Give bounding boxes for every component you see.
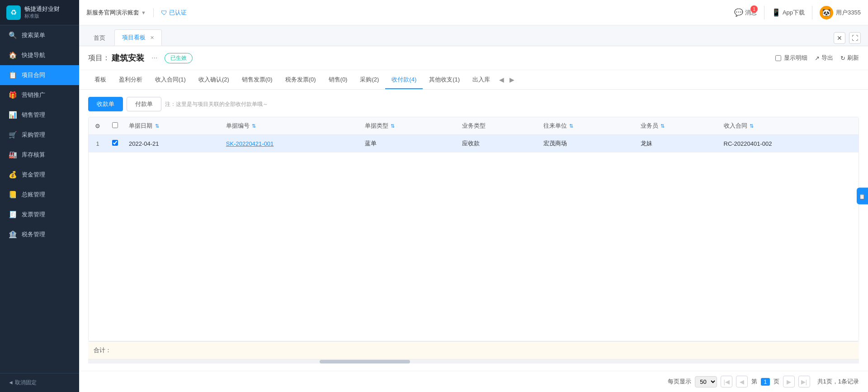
sub-nav-sales[interactable]: 销售(0)	[322, 70, 354, 89]
sub-nav-other-income[interactable]: 其他收支(1)	[423, 70, 466, 89]
first-page-button[interactable]: |◀	[721, 376, 732, 387]
th-type: 单据类型 ⇅	[359, 117, 457, 135]
tab-close-icon[interactable]: ✕	[150, 35, 154, 40]
sort-icon-4: ⇅	[569, 123, 573, 129]
sidebar-item-search[interactable]: 🔍 搜索菜单	[0, 25, 79, 45]
workspace-selector[interactable]: 新服务官网演示账套 ▼	[86, 9, 146, 17]
scrollbar-thumb[interactable]	[320, 360, 410, 363]
sidebar-item-invoice-mgmt[interactable]: 🧾 发票管理	[0, 205, 79, 225]
sub-navigation: 看板 盈利分析 收入合同(1) 收入确认(2) 销售发票(0) 税务发票(0) …	[79, 70, 868, 90]
sidebar-item-ledger-mgmt[interactable]: 📒 总账管理	[0, 185, 79, 205]
topbar-divider	[153, 8, 154, 17]
sidebar-item-quick-nav[interactable]: 🏠 快捷导航	[0, 45, 79, 65]
sidebar-item-purchase-mgmt[interactable]: 🛒 采购管理	[0, 125, 79, 145]
td-salesperson: 龙妹	[635, 135, 718, 153]
project-label: 项目：	[88, 53, 110, 63]
prev-page-button[interactable]: ◀	[736, 376, 748, 387]
sub-nav-kanban[interactable]: 看板	[88, 70, 113, 89]
th-gear[interactable]: ⚙	[89, 117, 107, 135]
sidebar-menu: 🔍 搜索菜单 🏠 快捷导航 📋 项目合同 🎁 营销推广 📊 销售管理 🛒 采购管…	[0, 25, 79, 373]
sub-nav-income-confirm[interactable]: 收入确认(2)	[192, 70, 236, 89]
refresh-button[interactable]: ↻ 刷新	[840, 54, 859, 62]
chart-icon: 📊	[8, 110, 17, 120]
row-checkbox[interactable]	[112, 140, 118, 146]
table-header-row: ⚙ 单据日期 ⇅ 单据编号 ⇅	[89, 117, 859, 135]
sidebar-item-tax-mgmt[interactable]: 🏦 税务管理	[0, 225, 79, 244]
sort-icon-5: ⇅	[660, 123, 665, 129]
warehouse-icon: 🏭	[8, 150, 17, 159]
chevron-down-icon: ▼	[141, 10, 146, 15]
app-logo-icon: ♻	[6, 5, 21, 20]
message-button[interactable]: 💬 消息 1	[734, 8, 757, 17]
select-all-checkbox[interactable]	[112, 122, 118, 128]
invoice-icon: 🧾	[8, 210, 17, 219]
home-icon: 🏠	[8, 51, 17, 60]
sub-nav-prev-arrow[interactable]: ◀	[496, 72, 507, 87]
project-header: 项目： 建筑安装 ··· 已生效 显示明细 ↗ 导出 ↻ 刷新	[79, 46, 868, 70]
sidebar-item-project-contract[interactable]: 📋 项目合同	[0, 65, 79, 85]
ledger-icon: 📒	[8, 190, 17, 199]
td-index: 1	[89, 135, 107, 153]
td-partner: 宏茂商场	[538, 135, 635, 153]
td-checkbox[interactable]	[107, 135, 123, 153]
tab-project-board[interactable]: 项目看板 ✕	[114, 29, 162, 46]
show-detail-input[interactable]	[775, 55, 781, 61]
sidebar-item-marketing[interactable]: 🎁 营销推广	[0, 85, 79, 105]
sub-nav-in-out[interactable]: 出入库	[466, 70, 496, 89]
more-button[interactable]: ···	[151, 54, 157, 62]
close-icon: ✕	[837, 34, 842, 42]
fullscreen-icon: ⛶	[852, 34, 858, 42]
next-page-button[interactable]: ▶	[783, 376, 795, 387]
sort-icon-6: ⇅	[750, 123, 754, 129]
footer-total-label: 合计：	[94, 346, 111, 354]
close-window-button[interactable]: ✕	[834, 32, 845, 44]
user-menu[interactable]: 🐼 用户3355	[820, 6, 861, 19]
fullscreen-button[interactable]: ⛶	[849, 32, 861, 44]
sidebar-item-funds-mgmt[interactable]: 💰 资金管理	[0, 165, 79, 185]
sub-nav-profit-analysis[interactable]: 盈利分析	[113, 70, 149, 89]
tab-home[interactable]: 首页	[86, 30, 113, 46]
sidebar-item-inventory[interactable]: 🏭 库存核算	[0, 145, 79, 165]
receipt-toggle-button[interactable]: 收款单	[88, 97, 123, 111]
main-content: 新服务官网演示账套 ▼ 🛡 已认证 💬 消息 1 📱 App下载 🐼 用户335…	[79, 0, 868, 392]
per-page-select[interactable]: 50	[695, 376, 717, 387]
sidebar: ♻ 畅捷通好业财 标准版 🔍 搜索菜单 🏠 快捷导航 📋 项目合同 🎁 营销推广…	[0, 0, 79, 392]
sidebar-logo: ♻ 畅捷通好业财 标准版	[0, 0, 79, 25]
horizontal-scrollbar[interactable]	[88, 359, 859, 363]
sidebar-logo-text: 畅捷通好业财 标准版	[24, 5, 60, 20]
sub-nav-receipts[interactable]: 收付款(4)	[385, 70, 423, 89]
sub-nav-income-contract[interactable]: 收入合同(1)	[149, 70, 192, 89]
sub-nav-next-arrow[interactable]: ▶	[507, 72, 517, 87]
message-icon: 💬	[734, 8, 743, 17]
project-name: 建筑安装	[112, 53, 144, 63]
payment-toggle-button[interactable]: 付款单	[127, 97, 161, 111]
project-status-badge: 已生效	[165, 53, 193, 63]
show-detail-checkbox[interactable]: 显示明细	[775, 54, 807, 62]
td-number[interactable]: SK-20220421-001	[221, 135, 359, 153]
sub-nav-purchase[interactable]: 采购(2)	[354, 70, 385, 89]
table-footer: 合计：	[88, 341, 859, 359]
cancel-fixed-button[interactable]: ◄ 取消固定	[0, 373, 79, 392]
sub-nav-tax-invoice[interactable]: 税务发票(0)	[279, 70, 322, 89]
th-salesperson: 业务员 ⇅	[635, 117, 718, 135]
phone-icon: 📱	[772, 8, 781, 17]
sort-icon: ⇅	[155, 123, 159, 129]
th-partner: 往来单位 ⇅	[538, 117, 635, 135]
float-tab[interactable]: 📋	[857, 188, 868, 205]
toggle-note: 注：这里是与项目关联的全部收付款单哦～	[165, 100, 268, 108]
export-button[interactable]: ↗ 导出	[815, 54, 833, 62]
sidebar-item-sales-mgmt[interactable]: 📊 销售管理	[0, 105, 79, 125]
th-number: 单据编号 ⇅	[221, 117, 359, 135]
sub-nav-sales-invoice[interactable]: 销售发票(0)	[236, 70, 279, 89]
tabbar-actions: ✕ ⛶	[834, 32, 861, 46]
app-download-button[interactable]: 📱 App下载	[772, 8, 805, 17]
refresh-icon: ↻	[840, 55, 845, 62]
th-biz-type: 业务类型	[457, 117, 538, 135]
export-icon: ↗	[815, 55, 820, 62]
table-row: 1 2022-04-21 SK-20220421-001 蓝单 应收款 宏茂商场	[89, 135, 859, 153]
tabbar: 首页 项目看板 ✕ ✕ ⛶	[79, 25, 868, 46]
th-income-contract: 收入合同 ⇅	[718, 117, 859, 135]
last-page-button[interactable]: ▶|	[798, 376, 810, 387]
topbar-right: 💬 消息 1 📱 App下载 🐼 用户3355	[734, 6, 861, 19]
th-checkbox[interactable]	[107, 117, 123, 135]
